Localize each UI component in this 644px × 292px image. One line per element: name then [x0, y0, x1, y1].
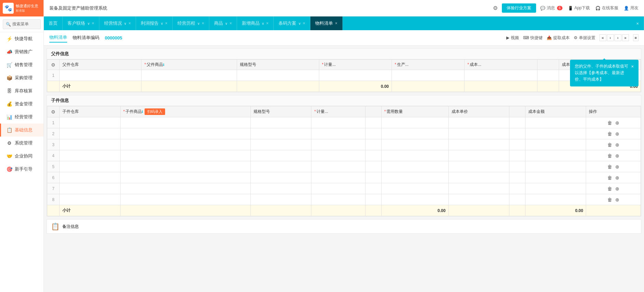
child-row-3-spec[interactable]	[250, 139, 311, 150]
child-row-5-goods[interactable]	[120, 161, 250, 172]
tab-business[interactable]: 经营情况∨×	[99, 16, 136, 30]
child-row-4-needed[interactable]	[381, 150, 448, 161]
child-row-7-goods[interactable]	[120, 183, 250, 194]
child-row-2-delete-button[interactable]: 🗑	[606, 131, 613, 137]
scan-input-button[interactable]: 扫码录入	[145, 108, 165, 115]
child-row-4-delete-button[interactable]: 🗑	[606, 153, 613, 159]
tab-home[interactable]: 首页	[44, 16, 63, 30]
child-row-7-warehouse[interactable]	[60, 183, 121, 194]
child-row-3-delete-button[interactable]: 🗑	[606, 142, 613, 148]
user-button[interactable]: 👤 用友	[624, 5, 639, 11]
tab-barcode[interactable]: 条码方案∨×	[274, 16, 310, 30]
child-row-6-needed[interactable]	[381, 172, 448, 183]
child-row-4-copy-button[interactable]: ⊕	[614, 153, 620, 159]
child-row-8-needed[interactable]	[381, 194, 448, 205]
search-menu-button[interactable]: 🔍 搜索菜单	[3, 19, 41, 29]
sidebar-item-guide[interactable]: 🎯新手引导	[0, 163, 44, 176]
page-last-button[interactable]: »	[622, 34, 629, 41]
child-row-4-warehouse[interactable]	[60, 150, 121, 161]
tab-history[interactable]: 经营历程∨×	[173, 16, 209, 30]
parent-row-1-qty[interactable]	[319, 70, 392, 81]
child-row-1-qty[interactable]	[311, 117, 366, 128]
sidebar-item-operation[interactable]: 📊经营管理	[0, 110, 44, 124]
child-row-7-copy-button[interactable]: ⊕	[614, 186, 620, 191]
sidebar-item-finance[interactable]: 💰资金管理	[0, 97, 44, 110]
child-row-3-copy-button[interactable]: ⊕	[614, 142, 620, 148]
tab-close-customer[interactable]: ×	[92, 21, 94, 26]
tab-arrow-newgoods[interactable]: ∨	[262, 22, 264, 25]
tab-arrow-customer[interactable]: ∨	[87, 22, 90, 25]
tab-arrow-history[interactable]: ∨	[197, 22, 200, 25]
child-row-3-needed[interactable]	[381, 139, 448, 150]
tab-arrow-barcode[interactable]: ∨	[298, 22, 301, 25]
app-download-button[interactable]: 📱 App下载	[568, 5, 590, 11]
extract-cost-button[interactable]: 📤 提取成本	[547, 35, 570, 41]
child-settings-button[interactable]: ⚙	[51, 109, 55, 115]
child-row-7-delete-button[interactable]: 🗑	[606, 186, 613, 191]
child-row-8-delete-button[interactable]: 🗑	[606, 197, 613, 202]
child-row-6-warehouse[interactable]	[60, 172, 121, 183]
sub-tab-bom[interactable]: 物料清单	[49, 33, 67, 43]
child-row-2-copy-button[interactable]: ⊕	[614, 131, 620, 137]
child-row-7-needed[interactable]	[381, 183, 448, 194]
page-first-button[interactable]: «	[599, 34, 606, 41]
single-setting-button[interactable]: ⚙ 单据设置	[574, 35, 595, 41]
child-row-8-qty[interactable]	[311, 194, 366, 205]
tab-newgoods[interactable]: 新增商品∨×	[237, 16, 274, 30]
video-button[interactable]: ▶ 视频	[506, 35, 519, 41]
child-row-5-copy-button[interactable]: ⊕	[614, 164, 620, 170]
trial-button[interactable]: 体验行业方案	[502, 3, 536, 13]
parent-row-1-goods[interactable]	[141, 70, 237, 81]
child-row-8-unit-cost[interactable]	[448, 194, 509, 205]
child-row-5-qty[interactable]	[311, 161, 366, 172]
child-row-2-warehouse[interactable]	[60, 128, 121, 139]
tab-profit[interactable]: 利润报告∨×	[136, 16, 173, 30]
child-row-8-spec[interactable]	[250, 194, 311, 205]
tab-arrow-profit[interactable]: ∨	[161, 22, 163, 25]
child-row-6-goods[interactable]	[120, 172, 250, 183]
child-row-6-unit-cost[interactable]	[448, 172, 509, 183]
sidebar-item-system[interactable]: ⚙系统管理	[0, 137, 44, 150]
child-row-3-unit-cost[interactable]	[448, 139, 509, 150]
sidebar-item-basic[interactable]: 📋基础信息	[0, 124, 44, 137]
message-button[interactable]: 💬 消息 6	[540, 5, 562, 11]
tab-close-history[interactable]: ×	[202, 21, 204, 26]
shortcut-button[interactable]: ⌨ 快捷键	[523, 35, 543, 41]
child-row-5-warehouse[interactable]	[60, 161, 121, 172]
child-row-2-spec[interactable]	[250, 128, 311, 139]
child-row-5-unit-cost[interactable]	[448, 161, 509, 172]
tab-close-profit[interactable]: ×	[165, 21, 168, 26]
tab-close-all-button[interactable]: ×	[631, 16, 644, 30]
child-row-6-qty[interactable]	[311, 172, 366, 183]
child-row-7-qty[interactable]	[311, 183, 366, 194]
tab-close-newgoods[interactable]: ×	[266, 21, 269, 26]
tooltip-close-button[interactable]: ×	[631, 63, 634, 70]
sidebar-item-quicknav[interactable]: ⚡快捷导航	[0, 32, 44, 45]
child-row-1-copy-button[interactable]: ⊕	[614, 120, 620, 126]
parent-row-1-warehouse[interactable]	[60, 70, 141, 81]
child-row-6-spec[interactable]	[250, 172, 311, 183]
grid-view-button[interactable]: ≡	[633, 34, 639, 41]
tab-close-goods[interactable]: ×	[230, 21, 232, 26]
child-row-2-unit-cost[interactable]	[448, 128, 509, 139]
child-row-6-delete-button[interactable]: 🗑	[606, 175, 613, 180]
online-service-button[interactable]: 🎧 在线客服	[595, 5, 618, 11]
parent-row-1-cost[interactable]	[465, 70, 537, 81]
parent-settings-button[interactable]: ⚙	[51, 62, 55, 68]
tab-close-barcode[interactable]: ×	[303, 21, 305, 26]
child-row-8-goods[interactable]	[120, 194, 250, 205]
child-row-1-delete-button[interactable]: 🗑	[606, 120, 613, 126]
sidebar-item-enterprise[interactable]: 🤝企业协同	[0, 150, 44, 163]
tab-arrow-goods[interactable]: ∨	[225, 22, 227, 25]
child-row-1-goods[interactable]	[120, 117, 250, 128]
child-row-1-unit-cost[interactable]	[448, 117, 509, 128]
sidebar-item-sales[interactable]: 🛒销售管理	[0, 58, 44, 71]
child-row-1-needed[interactable]	[381, 117, 448, 128]
child-row-1-warehouse[interactable]	[60, 117, 121, 128]
tab-arrow-business[interactable]: ∨	[124, 22, 126, 25]
child-row-1-spec[interactable]	[250, 117, 311, 128]
child-row-7-unit-cost[interactable]	[448, 183, 509, 194]
child-row-8-copy-button[interactable]: ⊕	[614, 197, 620, 202]
sidebar-item-stock[interactable]: 🗄库存核算	[0, 84, 44, 97]
child-row-2-goods[interactable]	[120, 128, 250, 139]
